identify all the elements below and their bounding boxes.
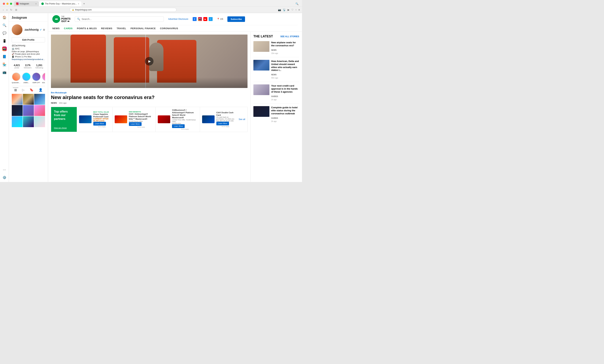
- instagram-social-icon[interactable]: 📸: [198, 17, 202, 21]
- main-area: 🏠 🔍 💬 📱 📸 📘 🏪 📺 ⋯ ⚙️ Instagram zac: [0, 13, 302, 182]
- browser-search-icon[interactable]: 🔍: [295, 2, 298, 5]
- search-input[interactable]: [82, 18, 162, 21]
- card-terms-3: Terms Apply: [172, 128, 198, 130]
- sidebar-icon-facebook[interactable]: 📘: [2, 54, 7, 59]
- tab-tv[interactable]: ▷: [21, 88, 26, 92]
- article-author[interactable]: Ben Mutzabaugh: [51, 91, 248, 94]
- story-meta-2: NEWS 40m ago: [271, 73, 299, 79]
- tpg-main-content: ▶ Ben Mutzabaugh New airplane seats for …: [48, 32, 250, 182]
- story-2[interactable]: How American, Delta and United should re…: [253, 60, 299, 82]
- sidebar-icon-settings[interactable]: ⚙️: [2, 175, 7, 180]
- story-4[interactable]: Complete guide to hotel elite status dur…: [253, 106, 299, 125]
- cast-icon[interactable]: 📡: [283, 8, 286, 11]
- learn-more-button-4[interactable]: Learn More: [216, 122, 229, 125]
- tab-bookmark[interactable]: 🔖: [28, 88, 35, 92]
- learn-more-button-1[interactable]: Learn More: [93, 122, 106, 126]
- photo-6[interactable]: [34, 105, 45, 116]
- highlight-4[interactable]: SOUND ON: [42, 73, 45, 84]
- heart-icon[interactable]: ♡: [291, 8, 294, 11]
- tab-tpg[interactable]: The Points Guy – Maximize you... ✕: [39, 1, 81, 6]
- tab-grid[interactable]: ⊞: [13, 88, 18, 92]
- back-button[interactable]: ‹: [2, 8, 4, 12]
- traffic-lights: [1, 3, 13, 5]
- new-tab-button[interactable]: +: [82, 1, 86, 6]
- sidebar-icon-marketplace[interactable]: 🏪: [2, 62, 7, 67]
- address-bar: ‹ › ↻ ⊞ 🔒 thepointsguy.com 📷 📡 ▶ ♡ ↑ ≡: [0, 6, 302, 13]
- card-name-2: Citi® / AAdvantage® Platinum Select® Wor…: [129, 113, 153, 120]
- play-icon[interactable]: ▶: [288, 8, 289, 11]
- latest-title: THE LATEST: [253, 35, 273, 38]
- tpg-search-bar[interactable]: 🔍: [75, 16, 164, 22]
- reload-button[interactable]: ↻: [9, 8, 13, 12]
- story-1[interactable]: New airplane seats for the coronavirus e…: [253, 41, 299, 57]
- nav-points-miles[interactable]: POINTS & MILES: [77, 27, 97, 30]
- nav-travel[interactable]: TRAVEL: [117, 27, 126, 30]
- see-all-stories-link[interactable]: SEE ALL STORIES: [280, 35, 299, 38]
- sidebar-icon-search[interactable]: 🔍: [2, 23, 7, 28]
- sidebar-icon-home[interactable]: 🏠: [2, 15, 7, 20]
- tab-bar: Instagram ✕ The Points Guy – Maximize yo…: [0, 0, 302, 6]
- nav-coronavirus[interactable]: CORONAVIRUS: [160, 27, 178, 30]
- view-button[interactable]: ⊞: [14, 8, 18, 12]
- learn-more-button-2[interactable]: Learn More: [129, 122, 142, 126]
- close-button[interactable]: [3, 3, 5, 5]
- nav-news[interactable]: NEWS: [52, 27, 60, 30]
- sidebar-icon-instagram[interactable]: 📸: [2, 47, 7, 51]
- sidebar-icon-watch[interactable]: 📺: [2, 70, 7, 75]
- see-all-offers-button[interactable]: See all: [237, 116, 247, 122]
- minimize-button[interactable]: [6, 3, 9, 5]
- learn-more-button-3[interactable]: Learn More: [172, 124, 185, 128]
- bio-hobby: 🚀 Private plane and drone pilot: [12, 53, 45, 55]
- instagram-panel: Instagram zachhonig ✓ ⊙ Edit Profile: [9, 13, 48, 182]
- story-3[interactable]: Your next credit card approval is in the…: [253, 84, 299, 104]
- sidebar-icon-whatsapp[interactable]: 📱: [2, 39, 7, 43]
- tpg-logo[interactable]: ➡ THE POINTS GUY ➡: [52, 15, 71, 23]
- fullscreen-button[interactable]: [10, 3, 12, 5]
- region-selector[interactable]: 📍 US: [217, 18, 223, 20]
- location-icon: 🏢: [12, 48, 14, 50]
- edit-profile-button[interactable]: Edit Profile: [12, 37, 45, 42]
- story-image-3: [253, 84, 269, 95]
- tab-tpg-close[interactable]: ✕: [78, 3, 79, 5]
- highlight-3[interactable]: EWR-CPT: [32, 73, 41, 84]
- story-meta-4: GUIDES 2h ago: [271, 116, 299, 123]
- card-detail-3: Limited Time Offer: 70,000 bonus miles: [172, 119, 198, 123]
- bio-job: Editor-at-Large, @thepointsguy: [12, 50, 45, 52]
- photo-2[interactable]: [23, 94, 34, 105]
- sidebar-icon-more[interactable]: ⋯: [2, 167, 7, 172]
- nav-reviews[interactable]: REVIEWS: [101, 27, 112, 30]
- photo-3[interactable]: [34, 94, 45, 105]
- highlight-2[interactable]: UNBO...: [22, 73, 31, 84]
- tab-instagram[interactable]: Instagram ✕: [14, 1, 39, 6]
- tab-tagged[interactable]: 👤: [37, 88, 44, 92]
- photo-1[interactable]: [12, 94, 23, 105]
- share-icon[interactable]: ↑: [295, 8, 297, 11]
- featured-image[interactable]: ▶: [51, 35, 248, 88]
- highlight-1[interactable]: Quarantine 🍎: [12, 73, 21, 84]
- youtube-icon[interactable]: ▶: [203, 17, 207, 21]
- photo-4[interactable]: [12, 105, 23, 116]
- play-button[interactable]: ▶: [145, 57, 153, 65]
- photo-9[interactable]: [34, 116, 45, 127]
- sidebar-icon-messenger[interactable]: 💬: [2, 31, 7, 36]
- bio-link[interactable]: thepointsguy.com/news/grounded-aircraft-…: [12, 58, 45, 60]
- twitter-icon[interactable]: t: [209, 17, 213, 21]
- subscribe-button[interactable]: Subscribe: [227, 16, 245, 22]
- featured-article: ▶ Ben Mutzabaugh New airplane seats for …: [51, 35, 248, 104]
- photo-grid: [12, 94, 45, 127]
- nav-cards[interactable]: CARDS: [64, 27, 73, 30]
- menu-icon[interactable]: ≡: [298, 8, 300, 11]
- forward-button[interactable]: ›: [6, 8, 8, 12]
- card-image-2: [115, 115, 127, 123]
- settings-icon[interactable]: ⊙: [43, 28, 45, 31]
- facebook-icon[interactable]: f: [193, 17, 197, 21]
- address-field[interactable]: 🔒 thepointsguy.com: [70, 8, 176, 12]
- photo-8[interactable]: [23, 116, 34, 127]
- tab-instagram-close[interactable]: ✕: [35, 3, 37, 5]
- nav-personal-finance[interactable]: PERSONAL FINANCE: [130, 27, 156, 30]
- photo-5[interactable]: [23, 105, 34, 116]
- advertiser-disclosure-link[interactable]: Advertiser Disclosure: [168, 18, 188, 20]
- photo-7[interactable]: [12, 116, 23, 127]
- camera-icon[interactable]: 📷: [278, 8, 281, 11]
- card-name-3: CitiBusiness® / AAdvantage® Platinum Sel…: [172, 109, 198, 119]
